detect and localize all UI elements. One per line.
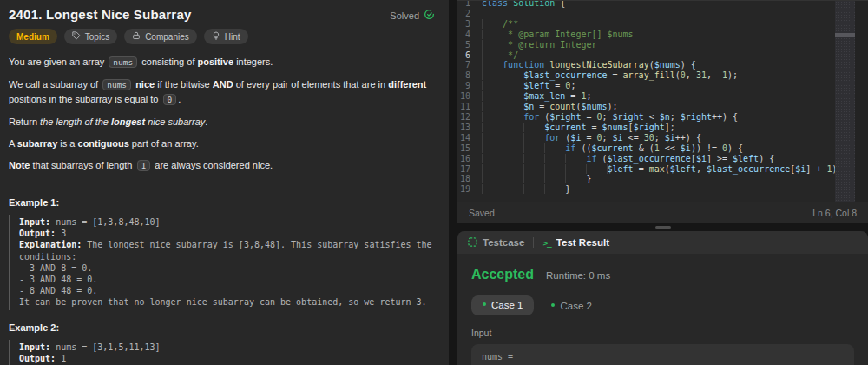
hint-label: Hint (225, 32, 240, 42)
case-1-passed-dot (483, 302, 486, 306)
code-line: 18 } (457, 174, 835, 184)
line-number: 17 (457, 164, 482, 175)
runtime-text: Runtime: 0 ms (546, 270, 610, 281)
paragraph-1: You are given an array nums consisting o… (9, 55, 442, 70)
problem-panel: 2401. Longest Nice Subarray Solved Mediu… (0, 0, 449, 365)
resize-grip-icon (655, 226, 671, 229)
line-number: 13 (457, 123, 482, 133)
case-1-label: Case 1 (491, 300, 523, 310)
code-line: 9 $left = 0; (457, 81, 835, 91)
example-1-block: Input: nums = [1,3,8,48,10]Output: 3Expl… (9, 215, 442, 310)
line-number: 11 (457, 102, 482, 112)
line-number: 2 (457, 9, 482, 19)
code-lines: 1class Solution {23 /**4 * @param Intege… (457, 1, 835, 195)
paragraph-5: Note that subarrays of length 1 are alwa… (9, 158, 442, 173)
line-number: 8 (457, 70, 482, 81)
line-number: 12 (457, 112, 482, 123)
terminal-icon: >_ (542, 238, 550, 248)
editor-status-bar: Saved Ln 6, Col 8 (457, 202, 868, 223)
tab-divider (533, 237, 534, 248)
example-2-block: Input: nums = [3,1,5,11,13]Output: 1Expl… (9, 340, 442, 365)
line-number: 18 (457, 174, 482, 184)
line-number: 9 (457, 81, 482, 91)
minimap[interactable] (835, 1, 855, 202)
case-2-label: Case 2 (560, 301, 591, 311)
companies-label: Companies (145, 32, 189, 42)
line-number: 4 (457, 30, 482, 40)
result-tab-bar: Testcase >_ Test Result (457, 231, 868, 254)
code-line: 19 } (457, 184, 835, 195)
tag-icon (72, 31, 81, 42)
lock-icon (132, 31, 141, 42)
input-label: Input (471, 328, 854, 338)
panel-resize-handle[interactable] (457, 223, 868, 231)
code-line: 13 $current = $nums[$right]; (457, 123, 835, 133)
line-number: 5 (457, 40, 482, 50)
code-editor[interactable]: 1class Solution {23 /**4 * @param Intege… (457, 0, 868, 223)
code-line: 17 $left = max($left, $last_occurrence[$… (457, 164, 835, 175)
code-line: 8 $last_occurrence = array_fill(0, 31, -… (457, 70, 835, 81)
cases-row: Case 1 Case 2 (471, 295, 854, 315)
result-panel: Testcase >_ Test Result Accepted Runtime… (457, 231, 868, 365)
saved-status: Saved (469, 208, 495, 218)
paragraph-2: We call a subarray of nums nice if the b… (9, 77, 442, 107)
line-number: 6 (457, 50, 482, 61)
cursor-position: Ln 6, Col 8 (812, 208, 857, 218)
testcase-icon (468, 237, 477, 249)
code-line: 1class Solution { (457, 1, 835, 9)
hint-badge[interactable]: Hint (204, 29, 248, 44)
page-title: 2401. Longest Nice Subarray (9, 7, 192, 23)
case-1-button[interactable]: Case 1 (471, 295, 534, 315)
code-line: 10 $max_len = 1; (457, 91, 835, 102)
code-line: 14 for ($i = 0; $i <= 30; $i++) { (457, 133, 835, 143)
code-line: 3 /** (457, 19, 835, 30)
check-circle-icon (424, 9, 435, 22)
solved-label: Solved (390, 10, 419, 21)
case-2-passed-dot (551, 303, 555, 307)
paragraph-3: Return the length of the longest nice su… (9, 115, 442, 129)
line-number: 3 (457, 19, 482, 30)
code-line: 6 */ (457, 50, 835, 61)
editor-scrollbar[interactable] (855, 1, 868, 202)
code-line: 5 * @return Integer (457, 40, 835, 50)
code-line: 7 function longestNiceSubarray($nums) { (457, 60, 835, 70)
tab-test-result-label: Test Result (556, 237, 609, 248)
paragraph-4: A subarray is a contiguous part of an ar… (9, 136, 442, 150)
code-line: 16 if ($last_occurrence[$i] >= $left) { (457, 154, 835, 164)
topics-badge[interactable]: Topics (64, 29, 117, 44)
line-number: 15 (457, 143, 482, 154)
line-number: 19 (457, 184, 482, 195)
tab-testcase[interactable]: Testcase (468, 237, 524, 249)
input-box[interactable]: nums = [1,3,8,48,10] (471, 344, 854, 365)
companies-badge[interactable]: Companies (124, 29, 197, 44)
code-line: 2 (457, 9, 835, 19)
solved-badge: Solved (390, 9, 435, 22)
minimap-thumb[interactable] (835, 33, 855, 37)
tab-testcase-label: Testcase (483, 237, 524, 248)
lightbulb-icon (212, 31, 220, 42)
code-line: 12 for ($right = 0; $right < $n; $right+… (457, 112, 835, 123)
problem-description: You are given an array nums consisting o… (9, 55, 442, 365)
example-2-heading: Example 2: (9, 322, 442, 333)
input-var-name: nums = (482, 352, 844, 362)
line-number: 1 (457, 1, 482, 9)
line-number: 14 (457, 133, 482, 143)
topics-label: Topics (85, 32, 109, 42)
code-line: 15 if (($current & (1 << $i)) != 0) { (457, 143, 835, 154)
code-line: 11 $n = count($nums); (457, 102, 835, 112)
line-number: 10 (457, 91, 482, 102)
code-area[interactable]: 1class Solution {23 /**4 * @param Intege… (457, 1, 835, 202)
code-line: 4 * @param Integer[] $nums (457, 30, 835, 40)
case-2-button[interactable]: Case 2 (551, 301, 591, 311)
tab-test-result[interactable]: >_ Test Result (542, 237, 609, 248)
line-number: 7 (457, 60, 482, 70)
example-1-heading: Example 1: (9, 197, 442, 208)
badge-row: Medium Topics Companies Hint (9, 29, 442, 44)
difficulty-badge[interactable]: Medium (9, 29, 57, 44)
status-accepted: Accepted (471, 267, 534, 282)
line-number: 16 (457, 154, 482, 164)
